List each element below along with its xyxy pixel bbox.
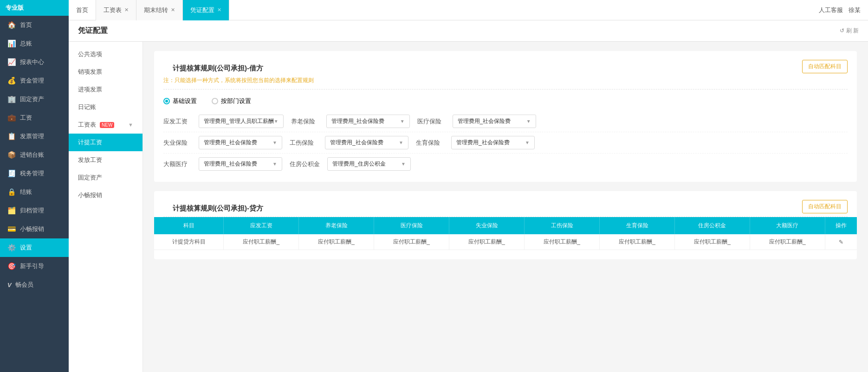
close-period-closing-icon[interactable]: ✕ [171,7,175,13]
select-injury[interactable]: 管理费用_社会保险费 ▼ [325,136,408,149]
th-large-medical: 大额医疗 [750,217,825,234]
debit-section: 计提核算规则(公司承担)-借方 自动匹配科目 注：只能选择一种方式，系统将按照您… [154,51,857,182]
td-wages-value: 应付职工薪酬_ [224,234,299,250]
th-medical: 医疗保险 [374,217,449,234]
new-badge: NEW [100,122,114,128]
page-header: 凭证配置 ↺ 刷 新 [69,20,868,42]
nav-public-options[interactable]: 公共选项 [69,45,143,63]
debit-form-row-1: 应发工资 管理费用_管理人员职工薪酬 ▼ 养老保险 管理费用_社会保险费 ▼ 医… [163,111,848,132]
sidebar-item-closing[interactable]: 🔒 结账 [0,183,69,201]
radio-by-dept[interactable]: 按部门设置 [212,97,251,105]
close-salary-table-icon[interactable]: ✕ [124,7,129,13]
sidebar-item-invoice[interactable]: 📋 发票管理 [0,127,69,146]
nav-fixed-assets[interactable]: 固定资产 [69,169,143,186]
label-large-medical: 大额医疗 [163,160,191,168]
arrow-icon-7: ▼ [272,161,277,167]
salary-icon: 💼 [7,114,16,122]
expand-icon[interactable]: ▼ [128,122,133,128]
tab-salary-table[interactable]: 工资表 ✕ [96,0,136,20]
arrow-icon-5: ▼ [399,140,403,145]
sidebar-item-general-ledger[interactable]: 📊 总账 [0,34,69,53]
sidebar-item-purchase-sales[interactable]: 📦 进销台账 [0,146,69,164]
nav-salary-accrual[interactable]: 计提工资 [69,134,143,151]
sidebar-item-salary[interactable]: 💼 工资 [0,109,69,127]
radio-basic-setup[interactable]: 基础设置 [163,97,197,105]
fixed-assets-icon: 🏢 [7,95,16,103]
purchase-sales-icon: 📦 [7,151,16,159]
select-unemployment[interactable]: 管理费用_社会保险费 ▼ [199,136,282,149]
arrow-icon-3: ▼ [526,119,531,124]
credit-auto-match-button[interactable]: 自动匹配科目 [802,200,848,213]
label-injury: 工伤保险 [290,139,317,147]
select-housing-fund[interactable]: 管理费用_住房公积金 ▼ [327,157,411,171]
credit-section-title: 计提核算规则(公司承担)-贷方 [163,197,272,217]
sidebar-item-reports[interactable]: 📈 报表中心 [0,53,69,71]
home-icon: 🏠 [7,21,16,29]
credit-section-header: 计提核算规则(公司承担)-贷方 自动匹配科目 [154,191,857,217]
invoice-icon: 📋 [7,132,16,141]
nav-salary-payment[interactable]: 发放工资 [69,151,143,169]
sidebar-item-fixed-assets[interactable]: 🏢 固定资产 [0,90,69,109]
th-housing-fund: 住房公积金 [675,217,750,234]
nav-sales-invoice[interactable]: 销项发票 [69,63,143,81]
sidebar-item-capital[interactable]: 💰 资金管理 [0,71,69,90]
select-pension[interactable]: 管理费用_社会保险费 ▼ [326,115,410,128]
tab-voucher-config[interactable]: 凭证配置 ✕ [183,0,229,20]
tab-home[interactable]: 首页 [69,0,96,20]
table-row: 计提贷方科目 应付职工薪酬_ 应付职工薪酬_ 应付职工薪酬_ 应付职工薪酬_ 应… [154,234,857,250]
debit-section-note: 注：只能选择一种方式，系统将按照您当前的选择来配置规则 [154,77,857,89]
radio-dept-circle [212,98,218,104]
nav-xiaochang-expense[interactable]: 小畅报销 [69,186,143,204]
page-title: 凭证配置 [78,26,108,36]
radio-group: 基础设置 按部门设置 [163,93,848,111]
username-label: 徐某 [849,6,861,14]
select-large-medical[interactable]: 管理费用_社会保险费 ▼ [199,157,282,171]
sidebar-item-settings[interactable]: ⚙️ 设置 [0,238,69,257]
sidebar-item-member[interactable]: V 畅会员 [0,276,69,294]
table-header-row: 科目 应发工资 养老保险 医疗保险 失业保险 工伤保险 生育保险 住房公积金 大… [154,217,857,234]
label-medical: 医疗保险 [417,117,445,126]
sidebar: 专业版 🏠 首页 📊 总账 📈 报表中心 💰 资金管理 🏢 固定资产 💼 工资 … [0,0,69,372]
close-voucher-config-icon[interactable]: ✕ [217,7,221,13]
td-medical-value: 应付职工薪酬_ [374,234,449,250]
tax-icon: 🧾 [7,169,16,178]
edit-icon[interactable]: ✎ [839,239,843,245]
th-unemployment: 失业保险 [449,217,525,234]
debit-auto-match-button[interactable]: 自动匹配科目 [802,60,848,73]
member-icon: V [7,282,12,289]
th-maternity: 生育保险 [600,217,675,234]
reports-icon: 📈 [7,58,16,66]
guide-icon: 🎯 [7,262,16,270]
th-pension: 养老保险 [299,217,374,234]
td-maternity-value: 应付职工薪酬_ [600,234,675,250]
main-panel: 计提核算规则(公司承担)-借方 自动匹配科目 注：只能选择一种方式，系统将按照您… [143,42,868,372]
top-right-area: 人工客服 徐某 [811,6,868,14]
sidebar-item-archive[interactable]: 🗂️ 归档管理 [0,201,69,220]
debit-section-header: 计提核算规则(公司承担)-借方 自动匹配科目 [154,51,857,77]
capital-icon: 💰 [7,77,16,85]
arrow-icon-2: ▼ [400,119,405,124]
nav-salary-table[interactable]: 工资表 NEW ▼ [69,116,143,134]
credit-section: 计提核算规则(公司承担)-贷方 自动匹配科目 科目 应发工资 养老保险 医疗保险… [154,191,857,259]
expense-icon: 💳 [7,225,16,233]
td-edit-action[interactable]: ✎ [825,234,857,250]
refresh-button[interactable]: ↺ 刷 新 [840,27,859,35]
select-maternity[interactable]: 管理费用_社会保险费 ▼ [451,136,535,149]
credit-table: 科目 应发工资 养老保险 医疗保险 失业保险 工伤保险 生育保险 住房公积金 大… [154,217,857,250]
label-yingfa-wages: 应发工资 [163,117,191,126]
sidebar-item-tax[interactable]: 🧾 税务管理 [0,164,69,183]
tab-period-closing[interactable]: 期末结转 ✕ [136,0,183,20]
arrow-icon-8: ▼ [401,161,406,167]
label-maternity: 生育保险 [416,139,444,147]
th-operation: 操作 [825,217,857,234]
sidebar-item-guide[interactable]: 🎯 新手引导 [0,257,69,276]
th-injury: 工伤保险 [525,217,600,234]
sidebar-item-home[interactable]: 🏠 首页 [0,16,69,34]
nav-purchase-invoice[interactable]: 进项发票 [69,81,143,98]
select-yingfa-wages[interactable]: 管理费用_管理人员职工薪酬 ▼ [199,115,284,128]
nav-journal[interactable]: 日记账 [69,98,143,116]
debit-section-body: 基础设置 按部门设置 应发工资 管理费用_管理人员职工薪酬 ▼ [154,90,857,182]
select-medical[interactable]: 管理费用_社会保险费 ▼ [453,115,536,128]
sidebar-item-xiaochang-expense[interactable]: 💳 小畅报销 [0,220,69,238]
customer-service-label[interactable]: 人工客服 [819,6,843,14]
